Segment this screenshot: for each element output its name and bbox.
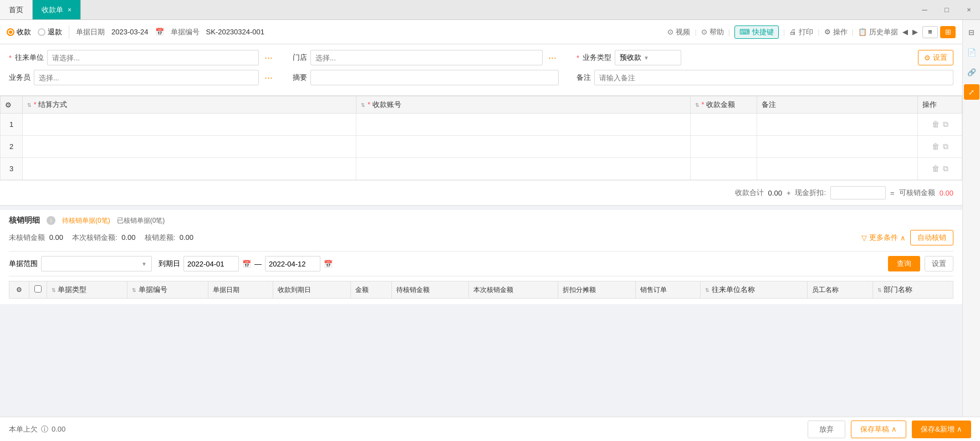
- delete-icon-1[interactable]: 🗑: [932, 120, 940, 129]
- due-date-from-input[interactable]: [183, 256, 239, 271]
- recon-actions: ▽ 更多条件 ∧ 自动核销: [861, 230, 953, 245]
- cell-notes-3[interactable]: [757, 158, 917, 180]
- sidebar-doc-icon[interactable]: 📄: [964, 44, 979, 60]
- tab-receipt-label: 收款单: [42, 5, 63, 15]
- row-num-1: 1: [1, 114, 23, 136]
- nav-next-btn[interactable]: ▶: [912, 28, 918, 36]
- tab-close-icon[interactable]: ×: [68, 6, 72, 14]
- business-type-select[interactable]: 预收款 ▼: [615, 50, 681, 65]
- btcol-sales-order: 销售订单: [635, 281, 701, 299]
- counterpart-input[interactable]: [47, 50, 259, 65]
- cell-settle-3[interactable]: [23, 158, 356, 180]
- due-date-to-input[interactable]: [265, 256, 320, 271]
- select-all-checkbox[interactable]: [34, 285, 42, 293]
- btcol-discount: 折扣分摊额: [558, 281, 635, 299]
- sidebar-table-icon[interactable]: ⊟: [964, 24, 979, 40]
- cell-amount-3[interactable]: [690, 158, 757, 180]
- btcol-gear[interactable]: ⚙: [9, 281, 29, 299]
- help-btn[interactable]: ⊙ 帮助: [701, 27, 724, 37]
- cell-amount-1[interactable]: [690, 114, 757, 136]
- calendar-icon[interactable]: 📅: [155, 28, 164, 36]
- view-toggle: ≡ ⊞: [922, 26, 956, 38]
- counterpart-more-icon[interactable]: ···: [262, 53, 275, 63]
- unverified-label: 未核销金额 0.00: [9, 233, 63, 243]
- btcol-counterpart: ⇅ 往来单位名称: [701, 281, 807, 299]
- this-time-label: 本次核销金额: 0.00: [72, 233, 136, 243]
- gear-icon: ⚙: [924, 54, 931, 62]
- salesperson-input[interactable]: [34, 70, 259, 85]
- copy-icon-3[interactable]: ⧉: [943, 164, 948, 173]
- calendar-to-icon[interactable]: 📅: [324, 260, 333, 268]
- tab-home[interactable]: 首页: [0, 0, 33, 19]
- tab-home-label: 首页: [9, 5, 23, 15]
- summary-label: 摘要: [293, 73, 307, 83]
- footer-actions: 放弃 保存草稿 ∧ 保存&新增 ∧: [808, 421, 971, 438]
- print-btn[interactable]: 🖨 打印: [789, 27, 813, 37]
- row-num-3: 3: [1, 158, 23, 180]
- remarks-input[interactable]: [594, 70, 953, 85]
- delete-icon-3[interactable]: 🗑: [932, 164, 940, 173]
- save-draft-button[interactable]: 保存草稿 ∧: [851, 421, 906, 438]
- summary-input[interactable]: [310, 70, 559, 85]
- counterpart-field: * 往来单位 ···: [9, 50, 275, 65]
- counterpart-required: *: [9, 54, 12, 62]
- delete-icon-2[interactable]: 🗑: [932, 142, 940, 151]
- col-gear[interactable]: ⚙: [1, 96, 23, 114]
- business-type-label: 业务类型: [583, 53, 611, 63]
- form-settings-button[interactable]: ⚙ 设置: [918, 50, 953, 65]
- auto-reconcile-button[interactable]: 自动核销: [910, 230, 953, 245]
- actions-btn[interactable]: ⚙ 操作: [824, 27, 848, 37]
- radio-receipt[interactable]: 收款: [7, 27, 31, 37]
- pending-tab[interactable]: 待核销单据(0笔): [62, 216, 110, 225]
- cell-notes-1[interactable]: [757, 114, 917, 136]
- form-row-1: * 往来单位 ··· 门店 ··· * 业务类型 预收款 ▼ ⚙: [9, 50, 953, 65]
- recon-settings-button[interactable]: 设置: [925, 256, 953, 271]
- video-btn[interactable]: ⊙ 视频: [667, 27, 690, 37]
- btcol-checkbox[interactable]: [29, 281, 47, 299]
- col-account: ⇅ * 收款账号: [356, 96, 690, 114]
- btcol-employee: 员工名称: [807, 281, 872, 299]
- done-tab[interactable]: 已核销单据(0笔): [117, 216, 165, 225]
- recon-info-icon[interactable]: i: [47, 216, 55, 225]
- more-conditions-btn[interactable]: ▽ 更多条件 ∧: [861, 230, 906, 245]
- copy-icon-2[interactable]: ⧉: [943, 142, 948, 151]
- nav-prev-btn[interactable]: ◀: [902, 28, 908, 36]
- cell-notes-2[interactable]: [757, 136, 917, 158]
- recon-title: 核销明细: [9, 216, 40, 225]
- store-input[interactable]: [310, 50, 543, 65]
- minimize-button[interactable]: ─: [913, 0, 936, 20]
- save-new-button[interactable]: 保存&新增 ∧: [912, 421, 971, 438]
- sidebar-link-icon[interactable]: 🔗: [964, 64, 979, 80]
- cell-account-2[interactable]: [356, 136, 690, 158]
- summary-row: 收款合计 0.00 + 现金折扣: = 可核销金额 0.00: [0, 180, 962, 206]
- footer-info-icon[interactable]: ⓘ: [41, 424, 48, 434]
- shortcut-btn[interactable]: ⌨ 快捷键: [734, 25, 779, 39]
- list-view-btn[interactable]: ≡: [922, 26, 938, 38]
- close-button[interactable]: ×: [958, 0, 980, 20]
- cell-account-1[interactable]: [356, 114, 690, 136]
- chevron-down-icon: ▼: [644, 55, 649, 61]
- discount-input[interactable]: [830, 186, 886, 199]
- cell-settle-1[interactable]: [23, 114, 356, 136]
- sidebar-expand-icon[interactable]: ⤢: [964, 84, 979, 100]
- equals-sign: =: [890, 189, 895, 197]
- copy-icon-1[interactable]: ⧉: [943, 120, 948, 129]
- salesperson-more-icon[interactable]: ···: [262, 73, 275, 83]
- business-type-field: * 业务类型 预收款 ▼: [576, 50, 913, 65]
- cell-settle-2[interactable]: [23, 136, 356, 158]
- radio-refund[interactable]: 退款: [38, 27, 62, 37]
- unverified-value: 0.00: [49, 233, 63, 242]
- tab-receipt[interactable]: 收款单 ×: [33, 0, 81, 19]
- cell-account-3[interactable]: [356, 158, 690, 180]
- salesperson-label: 业务员: [9, 73, 30, 83]
- btcol-due-date: 收款到期日: [273, 281, 350, 299]
- calendar-from-icon[interactable]: 📅: [242, 260, 251, 268]
- grid-view-btn[interactable]: ⊞: [940, 26, 956, 38]
- query-button[interactable]: 查询: [888, 256, 920, 271]
- range-select[interactable]: ▼: [41, 256, 152, 271]
- store-more-icon[interactable]: ···: [546, 53, 559, 63]
- maximize-button[interactable]: □: [936, 0, 958, 20]
- abandon-button[interactable]: 放弃: [808, 421, 845, 438]
- history-btn[interactable]: 📋 历史单据: [858, 27, 898, 37]
- cell-amount-2[interactable]: [690, 136, 757, 158]
